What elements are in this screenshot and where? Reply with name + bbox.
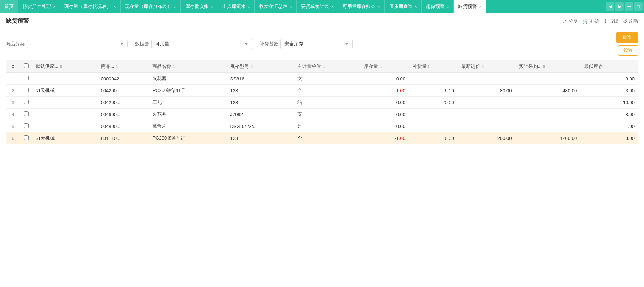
cell-min-stock-3: 10.00 <box>580 97 638 109</box>
tab-close-avail-ledger[interactable]: × <box>378 4 380 9</box>
cell-unit-2: 个 <box>294 85 361 97</box>
cell-stock-6: -1.00 <box>360 132 409 144</box>
tab-shortage[interactable]: 缺货预警 × <box>454 0 486 13</box>
checkbox-6[interactable] <box>24 135 29 140</box>
export-button[interactable]: ⤓ 导出 <box>604 18 619 25</box>
cell-est-purchase-6: 1200.00 <box>515 132 581 144</box>
tab-close-stock-dist[interactable]: × <box>174 4 176 9</box>
col-min-stock: 最低库存 ⇅ <box>580 60 638 73</box>
row-checkbox-6 <box>20 132 32 144</box>
col-latest-price: 最新进价 ⇅ <box>458 60 515 73</box>
cell-unit-5: 只 <box>294 120 361 132</box>
tab-inout-flow[interactable]: 出入库流水 × <box>218 0 255 13</box>
cell-unit-4: 支 <box>294 109 361 120</box>
cell-product-code-4: 004600... <box>97 109 149 120</box>
query-button[interactable]: 查询 <box>616 32 638 43</box>
table-row: 4004600...火花塞J7092支0.008.00 <box>6 109 638 120</box>
row-checkbox-3 <box>20 97 32 109</box>
table-row: 5004800...离合片DS250*23c...只0.001.00 <box>6 120 638 132</box>
cell-min-stock-5: 1.00 <box>580 120 638 132</box>
tab-close-abnormal[interactable]: × <box>53 4 55 9</box>
refresh-button[interactable]: ↺ 刷新 <box>623 18 638 25</box>
checkbox-4[interactable] <box>24 111 29 116</box>
tab-minimize-button[interactable]: — <box>625 2 633 11</box>
col-unit: 主计量单位 ⇅ <box>294 60 361 73</box>
cell-spec-1: SS816 <box>227 73 294 85</box>
category-select[interactable]: ▼ <box>27 40 128 48</box>
page-content: 缺货预警 ↗ 分享 🛒 补货 ⤓ 导出 ↺ 刷新 商品分类 <box>0 13 644 287</box>
tab-close-collect-report[interactable]: × <box>290 4 292 9</box>
tab-stock-status[interactable]: 现存量（库存状况表） × <box>60 0 120 13</box>
table-container: ⚙ 默认供应... ⇅ 商品... ⇅ <box>0 60 644 144</box>
tab-close-overstock[interactable]: × <box>447 4 449 9</box>
tab-expire-query[interactable]: 保质期查询 × <box>385 0 422 13</box>
replenish-button[interactable]: 🛒 补货 <box>582 18 599 25</box>
sort-icon-spec: ⇅ <box>250 65 253 69</box>
refresh-icon: ↺ <box>623 18 627 24</box>
tab-maximize-button[interactable]: □ <box>634 2 643 11</box>
tab-close-demand-stat[interactable]: × <box>331 4 334 9</box>
datasource-select[interactable]: 可用量 ▼ <box>151 39 252 49</box>
cell-product-name-3: 三九 <box>149 97 226 109</box>
row-checkbox-4 <box>20 109 32 120</box>
select-all-checkbox[interactable] <box>24 63 29 68</box>
datasource-filter-group: 数据源 可用量 ▼ <box>135 39 252 49</box>
tab-batch[interactable]: 库存批次账 × <box>181 0 218 13</box>
replenish-icon: 🛒 <box>582 18 588 24</box>
cell-product-name-1: 火花塞 <box>149 73 226 85</box>
share-button[interactable]: ↗ 分享 <box>563 18 578 25</box>
col-product-name: 商品名称 ⇅ <box>149 60 226 73</box>
sort-icon-est-purchase: ⇅ <box>543 65 545 69</box>
export-icon: ⤓ <box>604 18 608 24</box>
cell-min-stock-6: 3.00 <box>580 132 638 144</box>
col-product-code: 商品... ⇅ <box>97 60 149 73</box>
checkbox-1[interactable] <box>24 76 29 80</box>
replenish-base-dropdown-icon: ▼ <box>345 42 349 46</box>
tab-overstock[interactable]: 超储预警 × <box>422 0 454 13</box>
row-num-6: 6 <box>6 132 20 144</box>
tab-close-stock-status[interactable]: × <box>113 4 116 9</box>
col-checkbox <box>20 60 32 73</box>
tab-collect-report[interactable]: 收发存汇总表 × <box>255 0 296 13</box>
tab-avail-ledger[interactable]: 可用量库存账本 × <box>338 0 384 13</box>
table-row: 6力天机械801110...PC200张紧油缸123个-1.006.00200.… <box>6 132 638 144</box>
tab-stock-dist[interactable]: 现存量（库存分布表） × <box>121 0 181 13</box>
cell-product-name-5: 离合片 <box>149 120 226 132</box>
tab-close-shortage[interactable]: × <box>479 4 481 9</box>
cell-replenish-qty-1 <box>409 73 458 85</box>
cell-supplier-3 <box>32 97 97 109</box>
tab-next-button[interactable]: ▶ <box>615 2 624 11</box>
gear-icon[interactable]: ⚙ <box>11 64 15 69</box>
col-gear: ⚙ <box>6 60 20 73</box>
tab-home[interactable]: 首页 <box>0 0 18 13</box>
replenish-base-filter-group: 补货基数 安全库存 ▼ <box>260 39 353 49</box>
tab-close-expire-query[interactable]: × <box>415 4 417 9</box>
sort-icon-latest-price: ⇅ <box>481 65 484 69</box>
checkbox-2[interactable] <box>24 88 29 92</box>
checkbox-5[interactable] <box>24 123 29 128</box>
cell-latest-price-4 <box>458 109 515 120</box>
cell-supplier-5 <box>32 120 97 132</box>
cell-spec-6: 123 <box>227 132 294 144</box>
cell-latest-price-6: 200.00 <box>458 132 515 144</box>
replenish-base-select[interactable]: 安全库存 ▼ <box>280 39 353 49</box>
sort-icon-supplier: ⇅ <box>60 65 62 69</box>
checkbox-3[interactable] <box>24 100 29 104</box>
settings-button[interactable]: 设置 <box>618 45 638 56</box>
cell-min-stock-4: 8.00 <box>580 109 638 120</box>
tab-close-inout-flow[interactable]: × <box>248 4 250 9</box>
cell-est-purchase-1 <box>515 73 581 85</box>
tab-demand-stat[interactable]: 要货单统计表 × <box>297 0 338 13</box>
data-table: ⚙ 默认供应... ⇅ 商品... ⇅ <box>6 60 638 144</box>
tab-bar: 首页 拣货异常处理 × 现存量（库存状况表） × 现存量（库存分布表） × 库存… <box>0 0 644 13</box>
tab-close-batch[interactable]: × <box>211 4 213 9</box>
cell-latest-price-1 <box>458 73 515 85</box>
replenish-base-value: 安全库存 <box>284 41 303 47</box>
sort-icon-unit: ⇅ <box>322 65 325 69</box>
cell-supplier-1 <box>32 73 97 85</box>
cell-unit-1: 支 <box>294 73 361 85</box>
tab-prev-button[interactable]: ◀ <box>606 2 614 11</box>
tab-abnormal[interactable]: 拣货异常处理 × <box>18 0 60 13</box>
sort-icon-replenish: ⇅ <box>428 65 431 69</box>
cell-latest-price-3 <box>458 97 515 109</box>
